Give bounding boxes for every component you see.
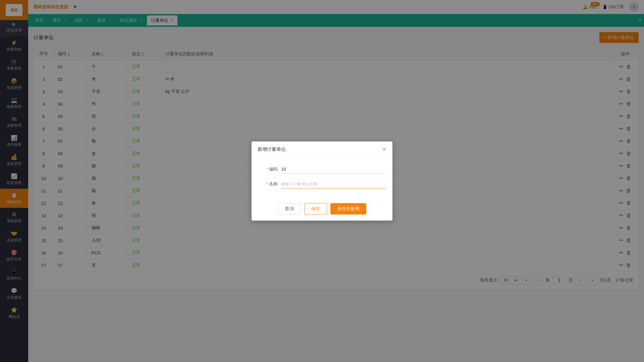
save-and-add-button[interactable]: 保存并新增 <box>330 203 366 215</box>
modal-title: 新增计量单位 <box>258 146 286 153</box>
code-label: *编码 <box>258 166 278 172</box>
modal-header: 新增计量单位 ✕ <box>252 141 392 157</box>
modal-overlay[interactable]: 新增计量单位 ✕ *编码 *名称 取消 保存 保存并新增 <box>0 0 644 362</box>
name-label: *名称 <box>258 181 278 187</box>
cancel-button[interactable]: 取消 <box>278 203 301 215</box>
code-input[interactable] <box>281 165 386 174</box>
form-row-name: *名称 <box>258 180 386 188</box>
modal-close-button[interactable]: ✕ <box>382 146 386 153</box>
name-input[interactable] <box>281 180 386 188</box>
modal-footer: 取消 保存 保存并新增 <box>252 200 392 221</box>
modal-body: *编码 *名称 <box>252 157 392 200</box>
form-row-code: *编码 <box>258 165 386 174</box>
save-button[interactable]: 保存 <box>304 203 327 215</box>
required-mark: * <box>266 167 268 172</box>
add-unit-modal: 新增计量单位 ✕ *编码 *名称 取消 保存 保存并新增 <box>252 141 392 221</box>
required-mark: * <box>266 181 268 186</box>
